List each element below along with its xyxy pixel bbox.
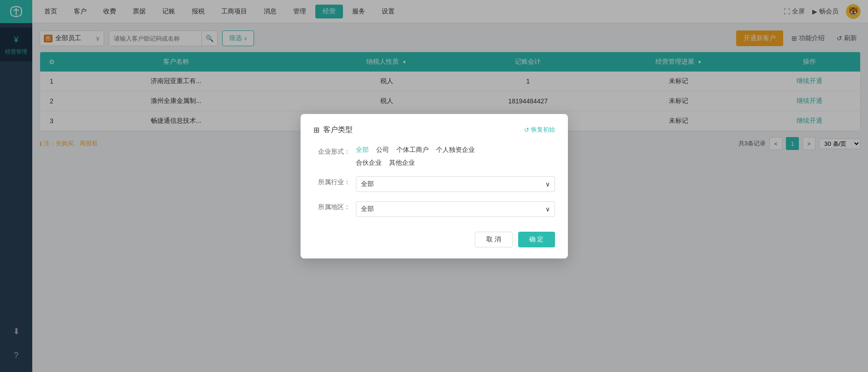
industry-arrow-icon: ∨	[545, 180, 550, 188]
reset-button[interactable]: ↺ 恢复初始	[524, 126, 555, 134]
enterprise-types-content: 全部 公司 个体工商户 个人独资企业 合伙企业 其他企业	[356, 146, 555, 167]
type-all[interactable]: 全部	[356, 146, 369, 154]
region-row: 所属地区： 全部 ∨	[313, 201, 555, 217]
enterprise-types-row2: 合伙企业 其他企业	[356, 159, 555, 167]
industry-label: 所属行业：	[313, 176, 350, 186]
region-value: 全部	[361, 205, 374, 213]
modal-footer: 取 消 确 定	[313, 232, 555, 247]
reset-label: 恢复初始	[531, 126, 555, 134]
type-individual[interactable]: 个体工商户	[396, 146, 429, 154]
type-partnership[interactable]: 合伙企业	[356, 159, 382, 167]
type-company[interactable]: 公司	[376, 146, 389, 154]
region-label: 所属地区：	[313, 201, 350, 211]
modal-header: ⊞ 客户类型 ↺ 恢复初始	[313, 125, 555, 135]
cancel-button[interactable]: 取 消	[475, 232, 513, 247]
modal-title-text: 客户类型	[323, 125, 353, 135]
region-arrow-icon: ∨	[545, 205, 550, 213]
modal-overlay: ⊞ 客户类型 ↺ 恢复初始 企业形式： 全部 公司 个体工商户 个人独资企业 合…	[0, 0, 868, 372]
enterprise-form-label: 企业形式：	[313, 146, 350, 156]
industry-select-content: 全部 ∨	[356, 176, 555, 192]
industry-row: 所属行业： 全部 ∨	[313, 176, 555, 192]
enterprise-form-row: 企业形式： 全部 公司 个体工商户 个人独资企业 合伙企业 其他企业	[313, 146, 555, 167]
reset-icon: ↺	[524, 126, 529, 133]
confirm-button[interactable]: 确 定	[518, 232, 555, 247]
industry-select[interactable]: 全部 ∨	[356, 176, 555, 192]
industry-value: 全部	[361, 180, 374, 188]
modal-grid-icon: ⊞	[313, 126, 319, 134]
type-other[interactable]: 其他企业	[389, 159, 415, 167]
filter-modal: ⊞ 客户类型 ↺ 恢复初始 企业形式： 全部 公司 个体工商户 个人独资企业 合…	[301, 114, 568, 258]
region-select[interactable]: 全部 ∨	[356, 201, 555, 217]
modal-title: ⊞ 客户类型	[313, 125, 353, 135]
enterprise-types: 全部 公司 个体工商户 个人独资企业	[356, 146, 555, 154]
region-select-content: 全部 ∨	[356, 201, 555, 217]
type-sole[interactable]: 个人独资企业	[436, 146, 475, 154]
